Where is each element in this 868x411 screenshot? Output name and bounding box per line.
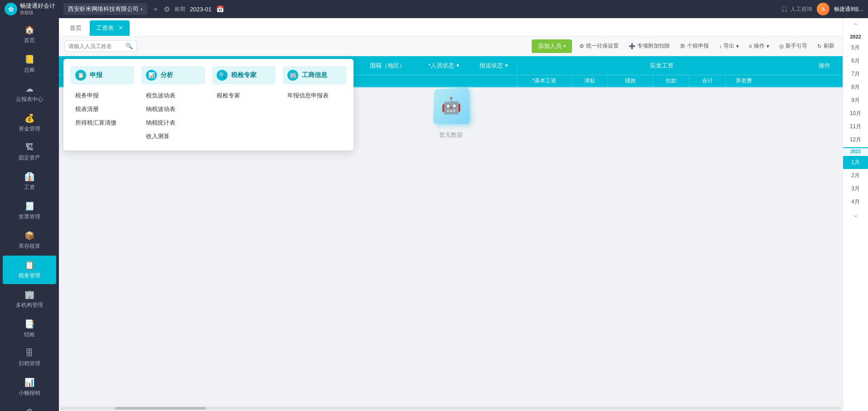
cal-nav-up[interactable]: ⌃ <box>851 20 860 32</box>
export-icon: ↓ <box>719 43 722 49</box>
cal-month-7[interactable]: 7月 <box>843 68 868 81</box>
filter-person-icon[interactable]: ▼ <box>456 63 460 68</box>
close-icon: 📑 <box>24 319 34 329</box>
archive-icon: 🗄 <box>25 348 34 358</box>
menu-item-tax-expert[interactable]: 税检专家 <box>212 89 276 102</box>
sub-header-total: 合计 <box>689 75 726 87</box>
user-name: 畅捷通8组... <box>834 5 863 13</box>
menu-item-annual-report[interactable]: 年报信息申报表 <box>283 89 346 102</box>
cal-month-6[interactable]: 6月 <box>843 54 868 68</box>
menu-item-tax-declaration[interactable]: 税务申报 <box>71 89 134 102</box>
top-bar: 会 畅捷通好会计 旗舰版 西安虾米网络科技有限公司 ▾ ＋ ⚙ 账期 2023-… <box>0 0 868 18</box>
special-deduction-button[interactable]: ➕ 专项附加扣除 <box>626 40 673 52</box>
empty-icon: 🤖 <box>433 87 470 124</box>
service-button[interactable]: 🎧 人工咨询 <box>781 5 812 13</box>
cal-month-9[interactable]: 9月 <box>843 94 868 107</box>
home-icon: 🏠 <box>24 25 34 35</box>
add-person-label: 添加人员 <box>538 42 562 50</box>
sidebar-item-multi[interactable]: 🏢 多机构管理 <box>3 285 56 314</box>
scrollbar-track[interactable] <box>61 407 841 410</box>
operate-button[interactable]: ≡ 操作 ▾ <box>746 40 772 52</box>
cal-month-5[interactable]: 5月 <box>843 41 868 54</box>
operate-icon: ≡ <box>749 43 752 49</box>
sub-header-deduction: 扣款 <box>653 75 689 87</box>
cal-month-10[interactable]: 10月 <box>843 107 868 120</box>
logo-icon: 会 <box>5 3 17 15</box>
sidebar-label-cloud: 云报表中心 <box>16 96 43 103</box>
company-selector[interactable]: 西安虾米网络科技有限公司 ▾ <box>63 3 147 15</box>
logo-area: 会 畅捷通好会计 旗舰版 <box>5 2 59 16</box>
sidebar-item-settings[interactable]: ⚙ 基础设置 <box>3 402 56 411</box>
tax-icon: 📋 <box>24 260 34 270</box>
scrollbar-thumb[interactable] <box>115 407 206 410</box>
sidebar-label-tax: 税务管理 <box>19 272 40 280</box>
cal-month-2023-1[interactable]: 1月 <box>843 156 868 169</box>
period-label: 账期 <box>175 5 185 13</box>
sidebar-label-ledger: 总账 <box>24 66 35 74</box>
salary-icon: 👔 <box>24 172 34 182</box>
special-icon: ➕ <box>629 43 635 49</box>
cal-month-8[interactable]: 8月 <box>843 81 868 94</box>
declaration-title: 申报 <box>90 71 102 79</box>
menu-item-tax-burden[interactable]: 税负波动表 <box>141 89 205 102</box>
filter-report-icon[interactable]: ▼ <box>504 63 509 68</box>
sidebar-item-ledger[interactable]: 📒 总账 <box>3 50 56 78</box>
menu-section-business: 🏢 工商信息 年报信息申报表 <box>283 66 346 143</box>
assets-icon: 🏗 <box>25 143 34 152</box>
avatar: 头 <box>817 3 829 15</box>
sidebar-item-inventory[interactable]: 📦 库存核算 <box>3 226 56 255</box>
export-arrow: ▾ <box>736 43 739 49</box>
sidebar-item-close[interactable]: 📑 结账 <box>3 314 56 343</box>
settings-icon[interactable]: ⚙ <box>164 5 170 14</box>
sidebar-item-fund[interactable]: 💰 资金管理 <box>3 109 56 137</box>
sidebar-label-assets: 固定资产 <box>19 154 40 162</box>
tab-close-icon[interactable]: ✕ <box>118 24 123 31</box>
cal-2023-months: 1月 2月 3月 4月 <box>843 156 868 208</box>
sidebar-item-cloud[interactable]: ☁ 云报表中心 <box>3 79 56 108</box>
sidebar-item-tax[interactable]: 📋 税务管理 <box>3 256 56 284</box>
cal-month-2023-3[interactable]: 3月 <box>843 182 868 195</box>
sidebar-item-salary[interactable]: 👔 工资 <box>3 167 56 196</box>
cal-month-2023-2[interactable]: 2月 <box>843 169 868 182</box>
cal-month-2023-4[interactable]: 4月 <box>843 195 868 208</box>
social-security-icon: ⚙ <box>579 43 584 49</box>
sidebar-item-home[interactable]: 🏠 首页 <box>3 20 56 49</box>
add-icon[interactable]: ＋ <box>152 5 159 14</box>
header-ops-label: 操作 <box>819 62 830 69</box>
sidebar-item-invoice[interactable]: 🧾 发票管理 <box>3 197 56 225</box>
app-title: 畅捷通好会计 <box>20 2 55 10</box>
menu-section-declaration-header: 📋 申报 <box>71 66 134 84</box>
menu-item-tax-wave[interactable]: 纳税波动表 <box>141 102 205 116</box>
tab-home[interactable]: 首页 <box>63 20 88 36</box>
menu-item-tax-table[interactable]: 税表清册 <box>71 102 134 116</box>
guide-button[interactable]: ◎ 新手引导 <box>776 40 810 52</box>
sidebar-item-assets[interactable]: 🏗 固定资产 <box>3 138 56 166</box>
tax-return-button[interactable]: 🖹 个税申报 <box>677 40 712 52</box>
search-input[interactable] <box>68 43 123 49</box>
invoice-icon: 🧾 <box>24 201 34 211</box>
sidebar-item-archive[interactable]: 🗄 归档管理 <box>3 344 56 372</box>
cal-nav-down[interactable]: ⌄ <box>851 208 860 221</box>
menu-item-tax-stats[interactable]: 纳税统计表 <box>141 116 205 130</box>
inventory-icon: 📦 <box>24 231 34 241</box>
header-region-label: 国籍（地区） <box>370 62 405 70</box>
menu-item-income-calc[interactable]: 收入测算 <box>141 130 205 143</box>
social-security-button[interactable]: ⚙ 统一社保设置 <box>577 40 621 52</box>
refresh-button[interactable]: ↻ 刷新 <box>815 40 837 52</box>
header-salary-group: 应发工资 <box>517 62 806 70</box>
analysis-icon: 📊 <box>146 70 157 81</box>
tab-salary[interactable]: 工资表 ✕ <box>90 20 130 36</box>
sidebar-item-report[interactable]: 📊 小畅报销 <box>3 373 56 401</box>
menu-item-tax-settlement[interactable]: 所得税汇算清缴 <box>71 116 134 130</box>
export-button[interactable]: ↓ 导出 ▾ <box>716 40 742 52</box>
cal-year-2022: 2022 <box>850 32 861 41</box>
toolbar: 🔍 添加人员 ▾ ⚙ 统一社保设置 ➕ 专项附加扣除 🖹 个税申报 ↓ 导出 <box>59 36 843 56</box>
cal-month-12[interactable]: 12月 <box>843 133 868 146</box>
calendar-icon[interactable]: 📅 <box>216 5 224 13</box>
menu-section-analysis: 📊 分析 税负波动表 纳税波动表 纳税统计表 收入测算 <box>141 66 205 143</box>
add-person-button[interactable]: 添加人员 ▾ <box>532 39 572 53</box>
calendar-panel: ⌃ 2022 5月 6月 7月 8月 9月 10月 11月 12月 2023 1… <box>843 18 868 411</box>
menu-section-tax-expert-header: 🔍 税检专家 <box>212 66 276 84</box>
cal-month-11[interactable]: 11月 <box>843 120 868 133</box>
report-icon: 📊 <box>24 377 34 387</box>
